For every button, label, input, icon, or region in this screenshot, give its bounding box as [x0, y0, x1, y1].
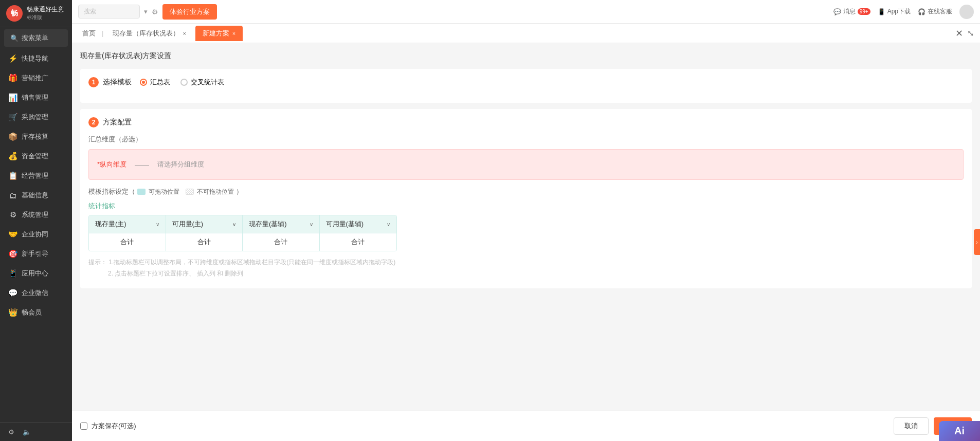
stats-title: 统计指标: [88, 201, 964, 211]
hints-section: 提示： 1.拖动标题栏可以调整布局，不可跨维度或指标区域拖动栏目字段(只能在同一…: [88, 258, 964, 278]
logo-text: 畅康通好生意: [27, 6, 64, 14]
sidebar-item-system[interactable]: ⚙ 系统管理: [0, 205, 72, 225]
sidebar: 畅 畅康通好生意 标准版 🔍 搜索菜单 ⚡ 快捷导航 🎁 营销推广 📊 销售管理…: [0, 0, 72, 441]
sidebar-scroll: 🔍 搜索菜单 ⚡ 快捷导航 🎁 营销推广 📊 销售管理 🛒 采购管理 📦 库存核…: [0, 27, 72, 422]
sidebar-item-quick-nav[interactable]: ⚡ 快捷导航: [0, 49, 72, 68]
newcomer-icon: 🎯: [8, 249, 17, 259]
trial-btn[interactable]: 体验行业方案: [162, 4, 217, 20]
volume-icon[interactable]: 🔈: [23, 428, 31, 436]
legend-fixed-box: [186, 189, 194, 195]
settings-icon[interactable]: ⚙: [8, 428, 14, 436]
step2-card: 2 方案配置 汇总维度（必选） *纵向维度 —— 请选择分组维度 模板指标设定（: [80, 109, 972, 288]
col2-chevron[interactable]: ∨: [310, 222, 313, 227]
modal-expand-btn[interactable]: ⤡: [967, 28, 974, 38]
hint-num: 2. 点击标题栏下拉可设置排序、: [108, 270, 195, 277]
sidebar-item-operations[interactable]: 📋 经营管理: [0, 166, 72, 186]
user-avatar[interactable]: [959, 5, 974, 19]
customer-service-label: 在线客服: [928, 7, 952, 16]
sidebar-item-enterprise[interactable]: 🤝 企业协同: [0, 225, 72, 244]
tab-new-plan-label: 新建方案: [203, 29, 229, 38]
tab-new-plan[interactable]: 新建方案 ×: [195, 26, 243, 41]
ai-badge[interactable]: Ai: [939, 421, 980, 441]
dimension-area[interactable]: *纵向维度 —— 请选择分组维度: [88, 149, 964, 180]
app-download-icon: 📱: [878, 8, 885, 15]
radio-cross-dot: [180, 79, 188, 86]
operations-icon: 📋: [8, 171, 17, 180]
col0-label: 现存量(主): [95, 219, 126, 229]
logo-badge: 标准版: [27, 14, 64, 21]
sidebar-item-inventory[interactable]: 📦 库存核算: [0, 127, 72, 146]
operations-label: 经营管理: [22, 171, 48, 180]
system-icon: ⚙: [8, 210, 17, 219]
tab-inventory-close[interactable]: ×: [183, 30, 186, 36]
topbar-left: 搜索 ▾ ⚙ 体验行业方案: [78, 4, 829, 20]
radio-cross[interactable]: 交叉统计表: [180, 78, 224, 87]
marketing-label: 营销推广: [22, 74, 48, 83]
modal-close-btn[interactable]: ✕: [955, 28, 963, 39]
message-label: 消息: [843, 7, 856, 16]
search-menu-label: 搜索菜单: [22, 33, 48, 43]
sidebar-item-wechat[interactable]: 💬 企业微信: [0, 283, 72, 303]
member-label: 畅会员: [22, 308, 42, 317]
finance-label: 资金管理: [22, 152, 48, 161]
tab-inventory-status[interactable]: 现存量（库存状况表） ×: [105, 26, 193, 41]
hint-2: 2. 点击标题栏下拉可设置排序、 插入列 和 删除列: [88, 269, 964, 278]
col1-chevron[interactable]: ∨: [232, 222, 236, 227]
stats-col-1[interactable]: 可用量(主) ∨: [166, 215, 243, 233]
right-collapse-handle[interactable]: ›: [974, 229, 980, 255]
sidebar-item-purchase[interactable]: 🛒 采购管理: [0, 107, 72, 127]
stats-col-3[interactable]: 可用量(基辅) ∨: [320, 215, 397, 233]
stats-cell-1: 合计: [166, 233, 243, 251]
hint-link-delete: 删除列: [225, 270, 243, 277]
sidebar-item-member[interactable]: 👑 畅会员: [0, 303, 72, 322]
stats-col-0[interactable]: 现存量(主) ∨: [89, 215, 166, 233]
cancel-button[interactable]: 取消: [894, 417, 929, 435]
purchase-label: 采购管理: [22, 113, 48, 122]
sidebar-search-menu[interactable]: 🔍 搜索菜单: [4, 29, 68, 47]
customer-service-btn[interactable]: 🎧 在线客服: [918, 7, 952, 16]
hint-1: 提示： 1.拖动标题栏可以调整布局，不可跨维度或指标区域拖动栏目字段(只能在同一…: [88, 258, 964, 267]
marketing-icon: 🎁: [8, 74, 17, 83]
col0-chevron[interactable]: ∨: [156, 222, 159, 227]
tab-new-plan-close[interactable]: ×: [232, 30, 235, 36]
dimension-placeholder: 请选择分组维度: [157, 160, 204, 169]
topbar-dropdown-icon[interactable]: ▾: [144, 8, 148, 15]
step1-card: 1 选择模板 汇总表 交叉统计表: [80, 69, 972, 103]
app-center-label: 应用中心: [22, 269, 48, 278]
topbar-settings-icon[interactable]: ⚙: [152, 8, 158, 16]
sidebar-item-sales[interactable]: 📊 销售管理: [0, 88, 72, 107]
stats-col-2[interactable]: 现存量(基辅) ∨: [243, 215, 320, 233]
sidebar-item-basic-info[interactable]: 🗂 基础信息: [0, 186, 72, 205]
stats-data-row: 合计 合计 合计 合计: [89, 233, 396, 251]
topbar-right: 💬 消息 99+ 📱 App下载 🎧 在线客服: [833, 5, 974, 19]
sidebar-item-app-center[interactable]: 📱 应用中心: [0, 264, 72, 283]
app-download-btn[interactable]: 📱 App下载: [878, 7, 911, 16]
sidebar-item-newcomer[interactable]: 🎯 新手引导: [0, 244, 72, 264]
dimension-label: 汇总维度（必选）: [88, 135, 964, 144]
radio-summary-dot: [140, 79, 147, 86]
sales-label: 销售管理: [22, 93, 48, 102]
step2-title: 方案配置: [103, 118, 132, 127]
step2-num: 2: [88, 117, 99, 127]
message-btn[interactable]: 💬 消息 99+: [833, 7, 870, 16]
main-area: 搜索 ▾ ⚙ 体验行业方案 💬 消息 99+ 📱 App下载 🎧 在线客服: [72, 0, 980, 441]
headset-icon: 🎧: [918, 8, 925, 15]
template-radio-group: 汇总表 交叉统计表: [140, 78, 224, 87]
save-plan-label[interactable]: 方案保存(可选): [92, 421, 136, 431]
collapse-arrow-icon: ›: [976, 240, 977, 245]
col3-chevron[interactable]: ∨: [387, 222, 390, 227]
step1-title: 选择模板: [103, 78, 132, 87]
sales-icon: 📊: [8, 93, 17, 102]
tab-home[interactable]: 首页: [78, 29, 100, 38]
enterprise-icon: 🤝: [8, 230, 17, 239]
hint-link-insert: 插入列: [197, 270, 215, 277]
legend-fixed-label: 不可拖动位置: [197, 188, 234, 196]
sidebar-item-finance[interactable]: 💰 资金管理: [0, 146, 72, 166]
radio-summary[interactable]: 汇总表: [140, 78, 170, 87]
enterprise-label: 企业协同: [22, 230, 48, 239]
inventory-label: 库存核算: [22, 132, 48, 141]
message-icon: 💬: [833, 8, 841, 15]
sidebar-item-marketing[interactable]: 🎁 营销推广: [0, 68, 72, 88]
topbar-search-text: 搜索: [84, 8, 96, 15]
save-plan-checkbox[interactable]: [80, 422, 87, 430]
